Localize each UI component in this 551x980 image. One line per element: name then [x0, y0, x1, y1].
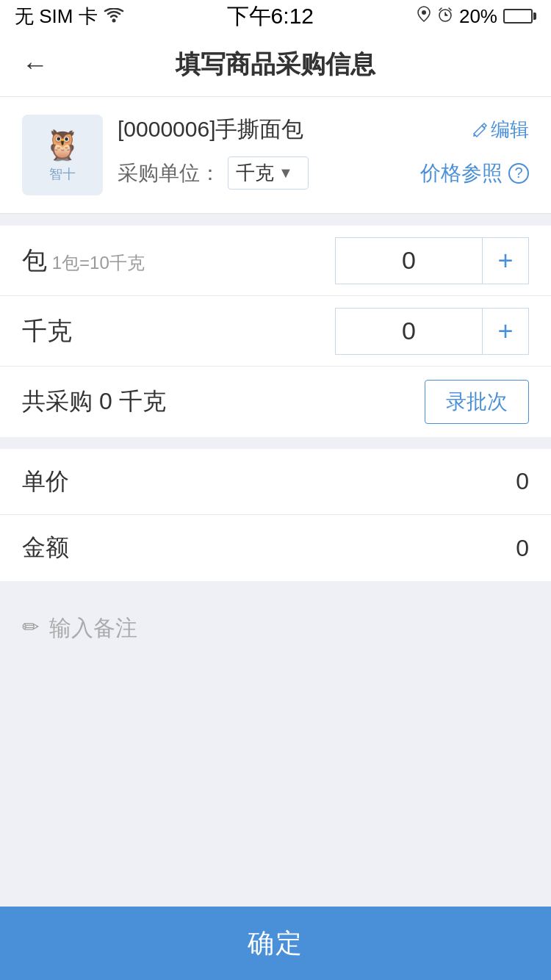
pencil-icon: ✏ [22, 615, 39, 639]
unit-price-label: 单价 [22, 466, 69, 498]
section-divider-3 [0, 581, 551, 593]
price-ref-button[interactable]: 价格参照 ? [420, 159, 529, 187]
amount-row: 金额 0 [0, 515, 551, 581]
purchase-unit-row: 采购单位： 千克 ▼ 价格参照 ? [118, 156, 529, 190]
product-image: 🦉 智十 [22, 115, 103, 195]
price-section: 单价 0 金额 0 [0, 449, 551, 581]
unit-dropdown-arrow: ▼ [278, 165, 293, 181]
status-bar: 无 SIM 卡 下午6:12 20 [0, 0, 551, 32]
kg-input-row: 千克 + [0, 296, 551, 367]
product-owl-icon: 🦉 [44, 128, 81, 162]
svg-point-1 [422, 10, 426, 15]
product-info: [0000006]手撕面包 编辑 采购单位： 千克 ▼ [118, 115, 529, 190]
wifi-icon [104, 5, 124, 28]
product-name: [0000006]手撕面包 [118, 115, 303, 145]
kg-input[interactable] [335, 308, 482, 355]
bao-input-row: 包 1包=10千克 + [0, 226, 551, 296]
status-left: 无 SIM 卡 [15, 4, 124, 29]
summary-text: 共采购 0 千克 [22, 386, 166, 418]
unit-price-value: 0 [516, 468, 529, 495]
product-card: 🦉 智十 [0000006]手撕面包 编辑 [0, 97, 551, 214]
remark-placeholder: 输入备注 [49, 613, 137, 644]
bao-input[interactable] [335, 237, 482, 284]
section-divider-1 [0, 214, 551, 226]
summary-row: 共采购 0 千克 录批次 [0, 367, 551, 437]
unit-price-row: 单价 0 [0, 449, 551, 515]
bottom-fill [0, 681, 551, 901]
edit-button[interactable]: 编辑 [472, 117, 529, 143]
unit-value: 千克 [236, 160, 274, 186]
status-time: 下午6:12 [227, 1, 314, 32]
confirm-button[interactable]: 确定 [0, 907, 551, 980]
location-icon [417, 5, 431, 28]
kg-label-group: 千克 [22, 314, 335, 348]
bao-sub-text: 1包=10千克 [47, 253, 145, 273]
unit-select[interactable]: 千克 ▼ [228, 156, 309, 190]
batch-button[interactable]: 录批次 [425, 380, 529, 424]
svg-point-0 [112, 18, 115, 22]
remark-section[interactable]: ✏ 输入备注 [0, 593, 551, 681]
input-section: 包 1包=10千克 + 千克 + [0, 226, 551, 367]
kg-controls: + [335, 308, 529, 355]
kg-label: 千克 [22, 317, 72, 345]
price-ref-help-icon: ? [508, 163, 529, 184]
back-button[interactable]: ← [22, 49, 66, 80]
bao-plus-button[interactable]: + [482, 237, 529, 284]
section-divider-2 [0, 437, 551, 449]
product-image-label: 智十 [44, 165, 81, 183]
carrier-label: 无 SIM 卡 [15, 4, 98, 29]
bao-label: 包 [22, 246, 47, 274]
battery-icon [503, 9, 536, 24]
amount-label: 金额 [22, 532, 69, 564]
status-right: 20% [417, 5, 536, 28]
alarm-icon [437, 5, 453, 28]
unit-prefix-label: 采购单位： [118, 159, 220, 187]
amount-value: 0 [516, 535, 529, 562]
kg-plus-button[interactable]: + [482, 308, 529, 355]
nav-bar: ← 填写商品采购信息 [0, 32, 551, 97]
page-title: 填写商品采购信息 [176, 48, 375, 82]
product-name-row: [0000006]手撕面包 编辑 [118, 115, 529, 145]
main-content: 🦉 智十 [0000006]手撕面包 编辑 [0, 97, 551, 980]
bao-label-group: 包 1包=10千克 [22, 244, 335, 278]
bao-controls: + [335, 237, 529, 284]
battery-percent: 20% [459, 5, 497, 28]
